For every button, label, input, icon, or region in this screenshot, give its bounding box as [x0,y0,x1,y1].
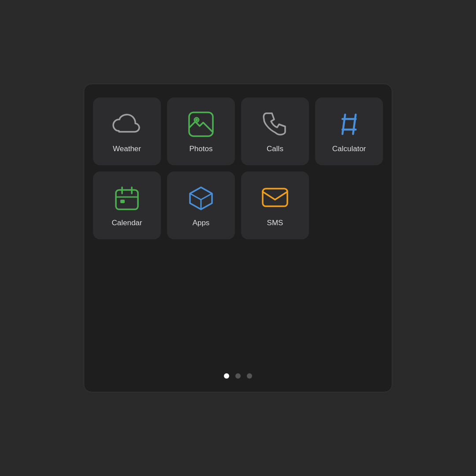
app-item-sms[interactable]: SMS [241,171,309,239]
svg-rect-7 [116,190,138,209]
dot-1[interactable] [224,373,229,379]
hash-icon [335,110,363,138]
app-item-calendar[interactable]: Calendar [93,171,161,239]
svg-rect-11 [120,200,125,203]
main-panel: Weather Photos Calls [84,84,392,392]
weather-label: Weather [113,145,141,153]
app-item-apps[interactable]: Apps [167,171,235,239]
svg-line-6 [353,115,356,134]
svg-rect-12 [263,189,287,206]
calls-label: Calls [267,145,283,153]
app-item-calculator[interactable]: Calculator [315,97,383,165]
app-item-weather[interactable]: Weather [93,97,161,165]
svg-point-2 [195,119,198,121]
dot-2[interactable] [235,373,241,379]
sms-label: SMS [267,219,283,227]
app-item-photos[interactable]: Photos [167,97,235,165]
pagination-dots [224,373,252,379]
apps-label: Apps [193,219,210,227]
calendar-label: Calendar [112,219,142,227]
app-item-calls[interactable]: Calls [241,97,309,165]
cloud-icon [113,110,141,138]
svg-line-5 [342,115,345,134]
calculator-label: Calculator [332,145,366,153]
photos-icon [187,110,215,138]
calendar-icon [113,184,141,212]
sms-icon [261,184,289,212]
phone-icon [261,110,289,138]
dot-3[interactable] [247,373,252,379]
photos-label: Photos [190,145,213,153]
box-icon [187,184,215,212]
app-grid-row2: Calendar Apps SMS [93,171,383,239]
app-grid-row1: Weather Photos Calls [93,97,383,165]
